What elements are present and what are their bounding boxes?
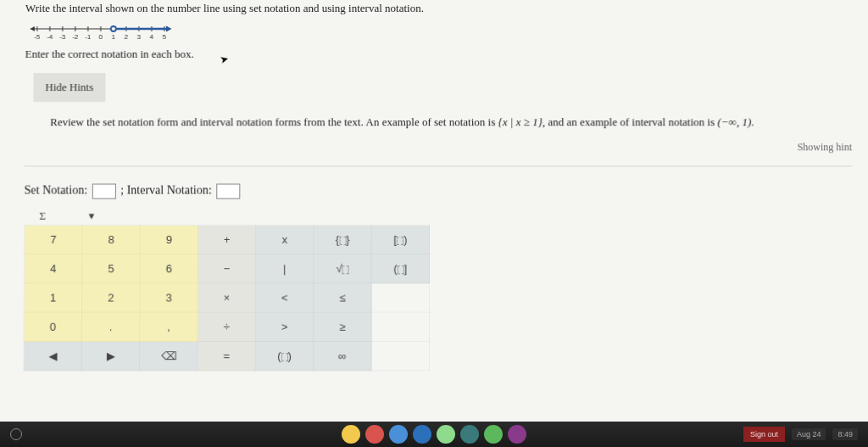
set-notation-label: Set Notation: [25, 184, 88, 197]
keypad-key[interactable]: 7 [25, 225, 82, 254]
keypad-key[interactable]: ▶ [81, 341, 140, 370]
interval-notation-label: ; Interval Notation: [120, 184, 212, 197]
sign-out-button[interactable]: Sign out [743, 427, 785, 442]
svg-text:2: 2 [125, 33, 129, 41]
keypad-key[interactable]: [) [371, 225, 429, 254]
keypad-key[interactable]: () [255, 341, 313, 370]
keypad-key[interactable]: x [256, 225, 314, 254]
number-line: -5-4-3-2-1012345 [25, 20, 852, 44]
svg-text:0: 0 [99, 33, 103, 41]
keypad-key[interactable]: (] [371, 254, 429, 283]
svg-marker-1 [31, 26, 35, 31]
answer-line: Set Notation: ; Interval Notation: [24, 179, 852, 208]
keypad-key[interactable]: ÷ [198, 312, 255, 341]
taskbar-app-icon[interactable] [365, 425, 384, 444]
svg-text:-5: -5 [34, 33, 41, 41]
keypad-key[interactable]: ◀ [24, 341, 82, 370]
svg-marker-26 [166, 26, 171, 32]
launcher-icon[interactable] [10, 428, 22, 440]
hint-text: Review the set notation form and interva… [25, 102, 852, 136]
taskbar-app-icon[interactable] [413, 425, 431, 444]
keypad-key[interactable]: 2 [82, 283, 140, 312]
taskbar-app-icon[interactable] [484, 425, 503, 444]
interval-notation-input[interactable] [216, 184, 240, 199]
keypad-key[interactable]: 5 [82, 254, 140, 283]
keypad-key[interactable]: . [81, 312, 140, 341]
taskbar-app-icon[interactable] [437, 425, 455, 444]
taskbar-app-icon[interactable] [460, 425, 479, 444]
keypad-key[interactable]: ≥ [314, 312, 371, 341]
keypad-key[interactable]: √ [314, 254, 371, 283]
taskbar-app-icon[interactable] [389, 425, 408, 444]
svg-text:1: 1 [112, 33, 116, 41]
taskbar: Sign out Aug 24 8:49 [0, 422, 868, 447]
keypad-key[interactable]: − [198, 254, 255, 283]
set-notation-input[interactable] [92, 184, 116, 199]
hide-hints-button[interactable]: Hide Hints [33, 73, 105, 102]
svg-text:4: 4 [150, 33, 154, 41]
keypad-area: Σ ▾ 789+x{}[)456−|√(]123×<≤0.,÷>≥◀▶⌫=()∞ [23, 208, 854, 375]
keypad-key[interactable]: ∞ [314, 341, 371, 370]
keypad-key[interactable]: , [140, 312, 198, 341]
keypad-key[interactable]: = [198, 341, 255, 370]
svg-text:-3: -3 [59, 33, 66, 41]
keypad-key[interactable]: {} [314, 225, 371, 254]
keypad: 789+x{}[)456−|√(]123×<≤0.,÷>≥◀▶⌫=()∞ [23, 225, 430, 372]
svg-text:-1: -1 [85, 33, 92, 41]
taskbar-app-icon[interactable] [508, 425, 526, 444]
svg-text:-2: -2 [72, 33, 79, 41]
chevron-down-icon: ▾ [88, 210, 94, 223]
keypad-key[interactable]: ≤ [314, 283, 371, 312]
taskbar-time: 8:49 [832, 428, 858, 440]
keypad-key[interactable]: 4 [24, 254, 81, 283]
keypad-key[interactable]: 9 [140, 225, 198, 254]
svg-text:5: 5 [163, 33, 167, 41]
keypad-key[interactable]: < [255, 283, 313, 312]
svg-text:3: 3 [137, 33, 142, 41]
page-content: Write the interval shown on the number l… [0, 0, 868, 424]
keypad-key[interactable]: × [198, 283, 255, 312]
variable-selector[interactable]: Σ ▾ [24, 210, 852, 225]
svg-point-27 [111, 26, 116, 31]
keypad-key[interactable]: 8 [82, 225, 140, 254]
svg-text:-4: -4 [47, 33, 53, 41]
taskbar-app-icon[interactable] [342, 425, 360, 444]
keypad-key[interactable]: 6 [140, 254, 198, 283]
keypad-key[interactable]: 0 [24, 312, 82, 341]
keypad-key[interactable]: + [198, 225, 255, 254]
instruction-text: Write the interval shown on the number l… [25, 0, 851, 20]
sigma-icon: Σ [39, 210, 46, 223]
showing-hint-label: Showing hint [25, 136, 852, 164]
keypad-key[interactable]: > [255, 312, 313, 341]
keypad-key[interactable]: ⌫ [140, 341, 198, 370]
keypad-key[interactable]: 1 [24, 283, 82, 312]
divider [25, 165, 853, 166]
taskbar-date: Aug 24 [792, 428, 826, 440]
keypad-key[interactable]: 3 [140, 283, 198, 312]
enter-prompt: Enter the correct notation in each box. [25, 44, 851, 73]
keypad-key[interactable]: | [256, 254, 314, 283]
